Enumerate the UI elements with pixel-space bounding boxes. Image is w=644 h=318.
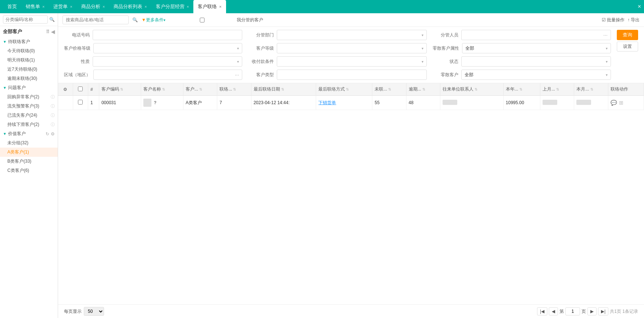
next-page-btn[interactable]: ▶ [587,307,597,315]
sidebar-item-churn-warning[interactable]: 流失预警客户(3) ⓘ [0,102,58,111]
nature-select[interactable]: ▾ [93,56,242,67]
filter-cell-status: 状态 ▾ [433,56,611,67]
th-contact-person: 往来单位联系人⇅ [440,83,503,96]
advanced-filter-panel: 电话号码 分管部门 ▾ 分管人员 [58,27,644,83]
info-icon-abnormal: ⓘ [51,94,55,100]
phone-input[interactable] [93,30,242,40]
sort-icon-contact-person[interactable]: ⇅ [475,87,477,91]
sidebar-item-ungroups[interactable]: 未分组(32) [0,138,58,148]
staff-select[interactable]: ··· [461,30,611,40]
sort-icon-no-contact[interactable]: ⇅ [388,87,391,91]
nav-tab-sales[interactable]: 销售单 × [21,0,49,13]
value-refresh-icon[interactable]: ↻ [46,131,49,137]
page-size-select[interactable]: 50 100 200 [84,307,104,316]
customer-grade-arrow: ▾ [422,46,423,50]
sidebar-item-a-class[interactable]: A类客户(1) [0,148,58,157]
sidebar-item-overdue[interactable]: 逾期未联络(30) [0,74,58,83]
sort-icon-contact[interactable]: ⇅ [233,87,236,91]
sort-icon-overdue[interactable]: ⇅ [422,87,425,91]
nav-tab-analysis-list[interactable]: 商品分析列表 × [109,0,151,13]
query-button[interactable]: 查询 [617,30,638,40]
sort-icon-last-month[interactable]: ⇅ [556,87,559,91]
th-no-contact: 未联...⇅ [372,83,406,96]
sidebar-search-icon[interactable]: 🔍 [49,17,55,22]
search-button[interactable]: 🔍 [132,17,138,22]
nav-tab-analysis[interactable]: 商品分析 × [77,0,109,13]
sidebar-item-c-class[interactable]: C类客户(6) [0,166,58,175]
sidebar-item-abnormal[interactable]: 回购异常客户(2) ⓘ [0,92,58,102]
last-method-link[interactable]: 下销货单 [318,100,336,105]
row-last-method: 下销货单 [316,96,372,110]
close-tab-analysis[interactable]: × [103,4,105,9]
price-grade-select[interactable]: ▾ [93,43,242,53]
dept-select[interactable]: ▾ [277,30,426,40]
sidebar-item-today[interactable]: 今天待联络(0) [0,46,58,56]
my-customers-filter[interactable]: 我分管的客户 [169,17,263,23]
payment-arrow: ▾ [422,60,423,64]
sort-icon-name[interactable]: ⇅ [162,87,165,91]
sidebar-item-declining[interactable]: 持续下滑客户(2) ⓘ [0,120,58,129]
qr-icon[interactable]: ⊞ [619,100,623,106]
export-icon: ↑ [627,17,630,22]
sidebar-search-input[interactable] [3,15,48,24]
gear-icon[interactable]: ⚙ [63,87,67,92]
nav-tab-customer-ops[interactable]: 客户分层经营 × [151,0,193,13]
payment-select[interactable]: ▾ [277,56,426,67]
page-number-input[interactable] [565,307,580,315]
info-icon-declining: ⓘ [51,122,55,127]
settings-button[interactable]: 设置 [617,42,638,52]
status-select[interactable]: ▾ [461,56,611,67]
close-tab-customer-ops[interactable]: × [187,4,189,9]
sidebar-section-value[interactable]: ▼ 价值客户 ↻ ⚙ [0,129,58,138]
sidebar-item-b-class[interactable]: B类客户(33) [0,157,58,166]
sort-icon-year[interactable]: ⇅ [519,87,522,91]
nav-home[interactable]: 首页 [3,0,21,13]
sidebar-item-tomorrow[interactable]: 明天待联络(1) [0,56,58,65]
first-page-btn[interactable]: |◀ [537,307,547,315]
th-last-month: 上月...⇅ [540,83,574,96]
close-tab-customer-contact[interactable]: × [219,4,221,9]
retail-customer-arrow: ▾ [606,73,608,77]
sort-icon-method[interactable]: ⇅ [346,87,349,91]
my-customers-checkbox[interactable] [169,18,235,22]
export-btn[interactable]: ↑ 导出 [627,17,640,23]
value-settings-icon[interactable]: ⚙ [51,131,55,137]
nav-tab-purchase[interactable]: 进货单 × [49,0,76,13]
sidebar-collapse-icon[interactable]: ◀ [51,29,55,35]
problems-arrow: ▼ [3,86,7,90]
sidebar-item-churned[interactable]: 已流失客户(24) ⓘ [0,111,58,120]
retail-customer-select[interactable]: 全部 ▾ [461,70,611,80]
row-select-checkbox[interactable] [78,100,83,105]
customer-type-select[interactable] [277,70,426,80]
region-select[interactable]: ··· [93,70,242,80]
nav-tab-customer-contact[interactable]: 客户联络 × [193,0,226,13]
more-filters-btn[interactable]: ▼ 更多条件 ▾ [142,17,165,23]
close-all-tabs[interactable]: × [638,3,641,10]
sort-icon-grade[interactable]: ⇅ [199,87,202,91]
prev-page-btn[interactable]: ◀ [549,307,558,315]
row-contact: 7 [217,96,251,110]
search-input[interactable] [62,15,129,24]
sidebar-section-pending[interactable]: ▼ 待联络客户 [0,37,58,46]
last-page-btn[interactable]: ▶| [598,307,608,315]
sidebar-item-7days[interactable]: 近7天待联络(0) [0,65,58,74]
th-code: 客户编码⇅ [99,83,141,96]
row-last-date: 2023-04-12 14:44: [251,96,316,110]
sidebar-section-problems[interactable]: ▼ 问题客户 [0,83,58,92]
select-all-checkbox[interactable] [78,86,83,91]
close-tab-purchase[interactable]: × [70,4,72,9]
filter-bar-right: ☑ 批量操作 ↑ 导出 [602,17,640,23]
close-tab-analysis-list[interactable]: × [144,4,147,9]
batch-op-btn[interactable]: ☑ 批量操作 [602,17,625,23]
sort-icon-this-month[interactable]: ⇅ [590,87,593,91]
retail-attr-select[interactable]: 全部 ▾ [462,43,611,53]
sort-icon-code[interactable]: ⇅ [120,87,123,91]
filter-arrow: ▾ [164,18,165,22]
customer-grade-select[interactable]: ▾ [277,43,426,53]
close-tab-sales[interactable]: × [42,4,44,9]
filter-row-4: 区域（地区） ··· 客户类型 [64,70,611,80]
nature-arrow: ▾ [237,60,239,64]
sort-icon-date[interactable]: ⇅ [281,87,284,91]
chat-icon[interactable]: 💬 [611,100,617,106]
sidebar-all-customers[interactable]: 全部客户 ⠿ ◀ [0,26,58,37]
